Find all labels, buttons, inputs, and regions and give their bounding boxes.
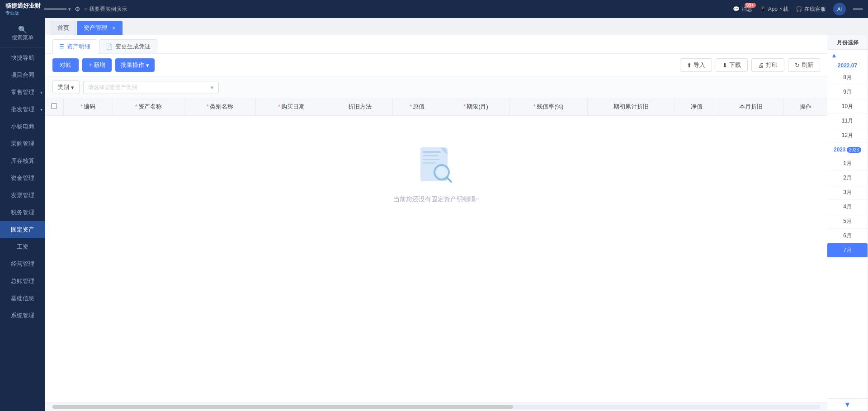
tab-asset-management[interactable]: 资产管理 ✕ xyxy=(77,21,123,35)
category-search-input[interactable]: 请选择固定资产类别 ▾ xyxy=(83,81,219,94)
headset-icon: 🎧 xyxy=(796,6,802,12)
online-service-button[interactable]: 🎧 在线客服 xyxy=(796,5,826,13)
search-menu[interactable]: 🔍 搜索菜单 xyxy=(0,22,45,47)
sidebar-item-project-contract[interactable]: 项目合同 xyxy=(0,66,45,84)
current-year-badge: 2023 xyxy=(847,147,861,153)
scrollbar-track[interactable] xyxy=(52,405,820,409)
month-picker-nav: ▲ xyxy=(827,50,868,61)
month-2022-09[interactable]: 9月 xyxy=(827,85,868,99)
top-bar-right: 💬 消息 99+ 📱 App下载 🎧 在线客服 Ai ━━━ xyxy=(733,3,863,15)
batch-ops-button[interactable]: 批量操作 ▾ xyxy=(115,58,155,72)
col-category-name: *类别名称 xyxy=(184,98,255,116)
tab-home[interactable]: 首页 xyxy=(51,21,76,35)
month-2023-07[interactable]: 7月 xyxy=(827,243,868,258)
sidebar-item-purchase[interactable]: 采购管理 xyxy=(0,135,45,152)
month-2023-04[interactable]: 4月 xyxy=(827,200,868,214)
month-picker-footer: ▼ xyxy=(827,398,868,411)
app-icon: 📱 xyxy=(760,6,766,12)
main-layout: 🔍 搜索菜单 快捷导航 项目合同 零售管理 批发管理 小畅电商 采购管理 库存核… xyxy=(0,18,868,411)
tab-close-icon[interactable]: ✕ xyxy=(112,25,116,31)
sidebar-item-operations[interactable]: 经营管理 xyxy=(0,255,45,273)
user-avatar[interactable]: Ai xyxy=(833,3,846,15)
filter-bar: 类别 ▾ 请选择固定资产类别 ▾ xyxy=(45,77,827,98)
sidebar-item-ledger[interactable]: 总账管理 xyxy=(0,273,45,290)
sidebar-item-wholesale[interactable]: 批发管理 xyxy=(0,101,45,118)
col-net-value: 净值 xyxy=(675,98,718,116)
month-2023-03[interactable]: 3月 xyxy=(827,185,868,200)
sidebar-item-tax[interactable]: 税务管理 xyxy=(0,204,45,221)
table-wrap: *编码 *资产名称 *类别名称 *购买日期 折旧方法 *原值 *期限(月) *残… xyxy=(45,98,827,402)
refresh-button[interactable]: ↻ 刷新 xyxy=(788,58,820,72)
doc-icon: 📄 xyxy=(106,43,113,50)
settings-icon[interactable]: ⚙ xyxy=(75,5,80,13)
col-residual-rate: *残值率(%) xyxy=(509,98,587,116)
month-2022-12[interactable]: 12月 xyxy=(827,128,868,143)
demo-link[interactable]: ○ 我要看实例演示 xyxy=(84,5,127,13)
month-2022-11[interactable]: 11月 xyxy=(827,114,868,128)
tab-bar: 首页 资产管理 ✕ xyxy=(45,18,868,35)
sidebar-item-fixed-assets[interactable]: 固定资产 xyxy=(0,221,45,238)
batch-chevron-icon: ▾ xyxy=(146,62,149,69)
col-purchase-date: *购买日期 xyxy=(255,98,327,116)
dropdown-chevron-icon: ▾ xyxy=(68,6,71,12)
scrollbar-thumb[interactable] xyxy=(52,405,513,409)
month-picker-next[interactable]: ▼ xyxy=(844,401,851,409)
dropdown-arrow-icon: ▾ xyxy=(211,84,214,91)
sidebar-item-invoice[interactable]: 发票管理 xyxy=(0,187,45,204)
sidebar-item-ecommerce[interactable]: 小畅电商 xyxy=(0,118,45,135)
sidebar-item-quick-nav[interactable]: 快捷导航 xyxy=(0,49,45,66)
message-badge: 99+ xyxy=(745,3,756,8)
sidebar-item-system[interactable]: 系统管理 xyxy=(0,307,45,324)
sub-tab-change-voucher[interactable]: 📄 变更生成凭证 xyxy=(99,39,157,53)
brand-logo: 畅捷通好业财 专业版 xyxy=(5,2,41,16)
col-accumulated-dep: 期初累计折旧 xyxy=(587,98,675,116)
month-2023-06[interactable]: 6月 xyxy=(827,229,868,243)
col-original-value: *原值 xyxy=(392,98,442,116)
month-2023-02[interactable]: 2月 xyxy=(827,171,868,185)
app-download-button[interactable]: 📱 App下载 xyxy=(760,5,788,13)
month-picker-prev[interactable]: ▲ xyxy=(829,51,839,60)
sidebar-item-basic-info[interactable]: 基础信息 xyxy=(0,290,45,307)
list-icon: ☰ xyxy=(59,43,64,50)
import-button[interactable]: ⬆ 导入 xyxy=(680,58,712,72)
svg-rect-4 xyxy=(423,162,436,164)
table-header-row: *编码 *资产名称 *类别名称 *购买日期 折旧方法 *原值 *期限(月) *残… xyxy=(45,98,827,116)
col-asset-name: *资产名称 xyxy=(113,98,184,116)
add-new-button[interactable]: + 新增 xyxy=(82,58,112,72)
search-icon: 🔍 xyxy=(2,25,43,34)
import-icon: ⬆ xyxy=(687,62,692,69)
sidebar-item-finance[interactable]: 资金管理 xyxy=(0,170,45,187)
month-2023-05[interactable]: 5月 xyxy=(827,214,868,229)
month-2022-10[interactable]: 10月 xyxy=(827,99,868,114)
sidebar: 🔍 搜索菜单 快捷导航 项目合同 零售管理 批发管理 小畅电商 采购管理 库存核… xyxy=(0,18,45,411)
top-bar-left: 畅捷通好业财 专业版 ━━━━━━━ ▾ ⚙ ○ 我要看实例演示 xyxy=(5,2,127,16)
empty-illustration xyxy=(409,143,463,188)
month-2023-01[interactable]: 1月 xyxy=(827,156,868,171)
category-filter[interactable]: 类别 ▾ xyxy=(52,80,80,94)
print-button[interactable]: 🖨 打印 xyxy=(751,58,784,72)
month-2022-08[interactable]: 8月 xyxy=(827,71,868,85)
svg-rect-2 xyxy=(423,155,439,156)
reconcile-button[interactable]: 对账 xyxy=(52,58,79,72)
sidebar-item-retail[interactable]: 零售管理 xyxy=(0,84,45,101)
svg-rect-1 xyxy=(423,151,441,153)
select-all-checkbox[interactable] xyxy=(51,103,57,109)
bottom-bar xyxy=(45,402,827,411)
svg-rect-3 xyxy=(423,159,440,160)
toolbar: 对账 + 新增 批量操作 ▾ ⬆ 导入 ⬇ 下载 xyxy=(45,54,827,77)
sub-tab-bar: ☰ 资产明细 📄 变更生成凭证 xyxy=(45,35,827,54)
table-body: 当前您还没有固定资产明细哦~ xyxy=(45,116,827,222)
sidebar-item-inventory[interactable]: 库存核算 xyxy=(0,152,45,170)
download-button[interactable]: ⬇ 下载 xyxy=(716,58,748,72)
year-2023-label: 2023 xyxy=(834,145,846,155)
sub-tab-asset-detail[interactable]: ☰ 资产明细 xyxy=(52,39,97,54)
sidebar-item-salary[interactable]: 工资 xyxy=(0,238,45,255)
page-content: ☰ 资产明细 📄 变更生成凭证 对账 + 新增 批量操作 ▾ xyxy=(45,35,868,411)
col-code: *编码 xyxy=(63,98,113,116)
company-selector[interactable]: ━━━━━━━ ▾ xyxy=(44,6,71,12)
message-button[interactable]: 💬 消息 99+ xyxy=(733,5,752,13)
month-picker-title: 月份选择 xyxy=(827,35,868,50)
table-header: *编码 *资产名称 *类别名称 *购买日期 折旧方法 *原值 *期限(月) *残… xyxy=(45,98,827,116)
download-icon: ⬇ xyxy=(722,62,727,69)
col-checkbox xyxy=(45,98,63,116)
